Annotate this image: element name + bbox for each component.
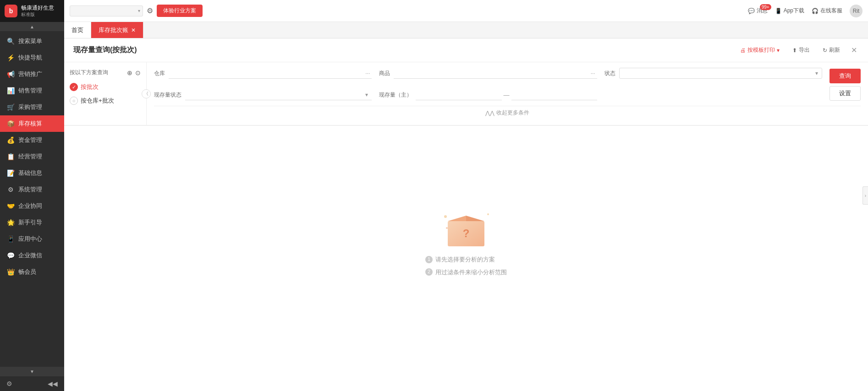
sidebar-item-quick-nav[interactable]: ⚡ 快捷导航 xyxy=(0,49,64,66)
refresh-btn[interactable]: ↻ 刷新 xyxy=(819,44,844,56)
print-template-btn[interactable]: 🖨 按模板打印 ▾ xyxy=(736,44,783,56)
svg-text:?: ? xyxy=(463,227,470,239)
export-btn[interactable]: ⬆ 导出 xyxy=(789,44,813,56)
scheme-by-warehouse-batch-label: 按仓库+批次 xyxy=(81,97,114,105)
sidebar-item-operations[interactable]: 📋 经营管理 xyxy=(0,148,64,165)
filter-sidebar-header: 按以下方案查询 ⊕ ⊙ xyxy=(64,67,146,80)
stock-qty-from-input[interactable] xyxy=(416,90,501,100)
app-download-item[interactable]: 📱 App下载 xyxy=(775,7,804,15)
sidebar-item-basic[interactable]: 📝 基础信息 xyxy=(0,165,64,181)
tab-batch-account[interactable]: 库存批次账 ✕ xyxy=(91,22,143,38)
sidebar-item-finance[interactable]: 💰 资金管理 xyxy=(0,132,64,148)
scheme-by-batch-label: 按批次 xyxy=(81,83,99,91)
page-content: 现存量查询(按批次) 🖨 按模板打印 ▾ ⬆ 导出 ↻ 刷新 ✕ xyxy=(64,38,868,391)
export-label: 导出 xyxy=(799,46,810,54)
stock-status-label: 现存量状态 xyxy=(154,91,181,99)
app-download-icon: 📱 xyxy=(775,8,782,14)
messages-item[interactable]: 💬 消息 99+ xyxy=(748,7,768,15)
collapse-sidebar-icon[interactable]: ◀◀ xyxy=(48,380,58,387)
stock-status-chevron-icon: ▾ xyxy=(365,92,368,98)
sidebar-item-label: 企业微信 xyxy=(18,251,42,260)
sidebar-item-label: 搜索菜单 xyxy=(18,37,42,45)
tabs-bar: 首页 库存批次账 ✕ xyxy=(64,22,868,38)
sidebar-item-purchase[interactable]: 🛒 采购管理 xyxy=(0,99,64,115)
svg-point-6 xyxy=(446,227,448,229)
collapse-up-icon: ⋀⋀ xyxy=(485,110,494,116)
sidebar-item-inventory[interactable]: 📦 库存核算 xyxy=(0,115,64,132)
sidebar-item-wechat[interactable]: 💬 企业微信 xyxy=(0,247,64,264)
tab-close-icon[interactable]: ✕ xyxy=(131,27,136,33)
user-avatar-item[interactable]: Rit xyxy=(850,5,863,17)
settings-footer-icon[interactable]: ⚙ xyxy=(6,380,12,387)
filter-main: 仓库 ··· 商品 ··· xyxy=(147,62,868,125)
goods-input[interactable] xyxy=(394,68,588,78)
trial-btn[interactable]: 体验行业方案 xyxy=(157,5,203,17)
sidebar-item-member[interactable]: 👑 畅会员 xyxy=(0,264,64,280)
sidebar-scroll-down[interactable]: ▼ xyxy=(0,367,64,376)
scheme-by-batch[interactable]: ✓ 按批次 xyxy=(64,80,146,94)
sidebar-scroll-up[interactable]: ▲ xyxy=(0,22,64,31)
tab-home[interactable]: 首页 xyxy=(64,22,91,38)
stock-qty-to-input[interactable] xyxy=(511,90,597,100)
member-icon: 👑 xyxy=(6,268,15,276)
app-download-label: App下载 xyxy=(784,7,804,15)
tip-text-1: 请先选择要分析的方案 xyxy=(435,254,495,265)
sidebar-footer: ⚙ ◀◀ xyxy=(0,376,64,391)
stock-status-select[interactable]: ▾ xyxy=(185,90,372,100)
avatar: Rit xyxy=(850,5,863,17)
sidebar-header: b 畅康通好生意 标准版 xyxy=(0,0,64,22)
online-service-item[interactable]: 🎧 在线客服 xyxy=(812,7,842,15)
topbar-right: 💬 消息 99+ 📱 App下载 🎧 在线客服 Rit xyxy=(748,5,863,17)
scheme-by-warehouse-batch-icon: ○ xyxy=(70,97,78,105)
topbar: ▾ ⚙ 体验行业方案 💬 消息 99+ 📱 App下载 🎧 在线客服 Rit xyxy=(64,0,868,22)
sidebar-item-label: 库存核算 xyxy=(18,119,42,128)
status-label: 状态 xyxy=(604,70,615,77)
filter-row-2: 现存量状态 ▾ 现存量（主） xyxy=(154,90,822,100)
sidebar-nav: 🔍 搜索菜单 ⚡ 快捷导航 📢 营销推广 📊 销售管理 🛒 采购管理 📦 库存核… xyxy=(0,31,64,367)
close-page-btn[interactable]: ✕ xyxy=(849,44,859,56)
add-scheme-icon[interactable]: ⊕ xyxy=(127,69,132,76)
right-panel-hint[interactable]: › xyxy=(863,186,868,205)
search-nav-icon: 🔍 xyxy=(6,37,15,45)
sidebar-item-label: 营销推广 xyxy=(18,70,42,78)
svg-point-4 xyxy=(444,215,447,218)
sidebar-item-apps[interactable]: 📱 应用中心 xyxy=(0,231,64,247)
inventory-icon: 📦 xyxy=(6,119,15,128)
breadcrumb-input[interactable] xyxy=(70,5,143,16)
sidebar-item-search[interactable]: 🔍 搜索菜单 xyxy=(0,33,64,49)
collapse-conditions-btn[interactable]: ⋀⋀ 收起更多条件 xyxy=(154,106,861,119)
stock-qty-field: 现存量（主） — xyxy=(379,90,597,100)
page-title: 现存量查询(按批次) xyxy=(73,45,137,55)
warehouse-more-icon[interactable]: ··· xyxy=(363,70,372,76)
sidebar-item-label: 经营管理 xyxy=(18,152,42,161)
svg-point-5 xyxy=(487,213,489,215)
status-select[interactable]: ▾ xyxy=(619,68,822,79)
goods-more-icon[interactable]: ··· xyxy=(589,70,597,76)
messages-icon: 💬 xyxy=(748,8,755,14)
topbar-left: ▾ ⚙ 体验行业方案 xyxy=(70,5,744,17)
tip-num-1: 1 xyxy=(425,256,433,263)
online-service-label: 在线客服 xyxy=(820,7,842,15)
tip-item-1: 1 请先选择要分析的方案 xyxy=(425,254,507,265)
sidebar-item-guide[interactable]: 🌟 新手引导 xyxy=(0,214,64,231)
sidebar-item-marketing[interactable]: 📢 营销推广 xyxy=(0,66,64,82)
filter-row-1: 仓库 ··· 商品 ··· xyxy=(154,68,822,79)
sidebar-item-label: 销售管理 xyxy=(18,87,42,95)
settings-scheme-icon[interactable]: ⊙ xyxy=(135,69,141,76)
topbar-gear-icon[interactable]: ⚙ xyxy=(147,6,153,15)
sidebar-item-sales[interactable]: 📊 销售管理 xyxy=(0,82,64,99)
brand-name: 畅康通好生意 xyxy=(21,5,54,12)
stock-qty-range: — xyxy=(416,90,597,100)
sidebar-item-system[interactable]: ⚙ 系统管理 xyxy=(0,181,64,198)
sidebar-item-label: 应用中心 xyxy=(18,235,42,243)
sidebar-item-enterprise[interactable]: 🤝 企业协同 xyxy=(0,198,64,214)
settings-button[interactable]: 设置 xyxy=(830,86,861,101)
query-button[interactable]: 查询 xyxy=(830,69,861,83)
svg-marker-1 xyxy=(448,216,466,221)
warehouse-input[interactable] xyxy=(169,68,363,78)
wechat-icon: 💬 xyxy=(6,251,15,260)
page-header: 现存量查询(按批次) 🖨 按模板打印 ▾ ⬆ 导出 ↻ 刷新 ✕ xyxy=(64,38,868,62)
warehouse-input-wrap: ··· xyxy=(169,68,372,79)
sidebar-item-label: 采购管理 xyxy=(18,103,42,111)
scheme-by-warehouse-batch[interactable]: ○ 按仓库+批次 xyxy=(64,94,146,108)
